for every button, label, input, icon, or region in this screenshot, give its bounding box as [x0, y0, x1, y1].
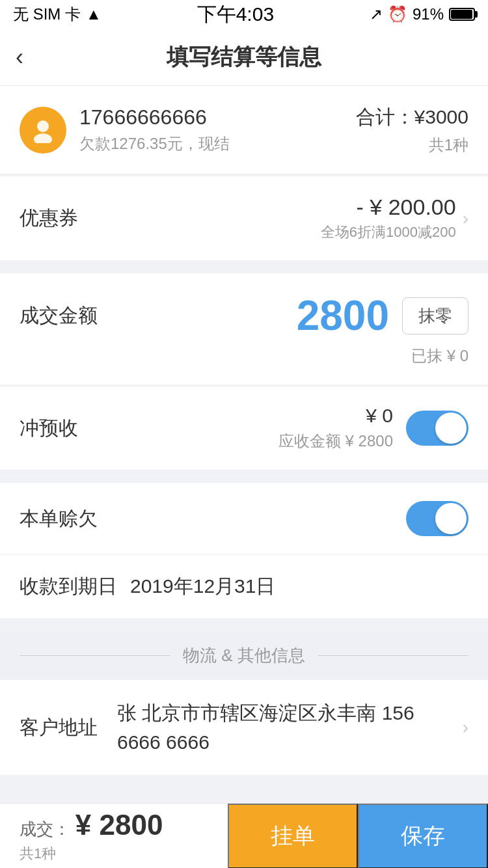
save-button[interactable]: 保存: [358, 804, 488, 869]
address-value: 张 北京市市辖区海淀区永丰南 156 6666 6666: [117, 698, 463, 757]
prepay-amount-col: ¥ 0 应收金额 ¥ 2800: [278, 405, 393, 452]
writeoff-toggle-knob: [435, 503, 467, 534]
section-divider-1: [0, 260, 488, 273]
coupon-discount: - ¥ 200.00: [321, 195, 456, 220]
writeoff-toggle[interactable]: [406, 501, 468, 536]
writeoff-label: 本单赊欠: [20, 506, 98, 532]
coupon-right: - ¥ 200.00 全场6折满1000减200 ›: [321, 195, 468, 242]
prepay-row: 冲预收 ¥ 0 应收金额 ¥ 2800: [20, 405, 468, 452]
coupon-label: 优惠券: [20, 205, 78, 232]
duedate-section: 收款到期日 2019年12月31日: [0, 554, 488, 618]
prepay-section: 冲预收 ¥ 0 应收金额 ¥ 2800: [0, 386, 488, 470]
prepay-toggle[interactable]: [406, 411, 468, 446]
avatar: [20, 107, 66, 154]
total-amount: 合计：¥3000: [356, 104, 468, 131]
logistics-label: 物流 & 其他信息: [183, 644, 305, 667]
hang-button[interactable]: 挂单: [228, 804, 358, 869]
carrier-text: 无 SIM 卡: [13, 4, 81, 25]
toggle-knob: [435, 413, 467, 444]
status-time: 下午4:03: [197, 1, 274, 28]
svg-point-1: [34, 133, 52, 143]
coupon-desc: 全场6折满1000减200: [321, 223, 456, 242]
user-subtext: 欠款1276.35元，现结: [79, 133, 230, 154]
deal-sub: 已抹 ¥ 0: [411, 347, 468, 364]
bottom-deal-label: 成交：: [20, 819, 70, 839]
status-bar: 无 SIM 卡 ▲ 下午4:03 ↗ ⏰ 91%: [0, 0, 488, 29]
deal-amount: 2800: [297, 292, 389, 340]
logistics-line-left: [20, 655, 170, 656]
user-info-section: 17666666666 欠款1276.35元，现结 合计：¥3000 共1种: [0, 86, 488, 174]
prepay-amount: ¥ 0: [278, 405, 393, 427]
total-count: 共1种: [356, 135, 468, 156]
prepay-sub: 应收金额 ¥ 2800: [278, 431, 393, 452]
duedate-row: 收款到期日 2019年12月31日: [20, 573, 468, 600]
prepay-right: ¥ 0 应收金额 ¥ 2800: [278, 405, 468, 452]
address-label: 客户地址: [20, 714, 98, 741]
back-button[interactable]: ‹: [16, 44, 23, 71]
prepay-label: 冲预收: [20, 415, 78, 442]
status-left: 无 SIM 卡 ▲: [13, 4, 102, 25]
deal-label: 成交金额: [20, 303, 98, 329]
location-icon: ↗: [370, 5, 383, 23]
svg-point-0: [37, 120, 49, 132]
wifi-icon: ▲: [86, 5, 102, 23]
page-title: 填写结算等信息: [167, 42, 321, 72]
battery-icon: [449, 8, 475, 21]
user-details: 17666666666 欠款1276.35元，现结: [79, 105, 230, 154]
user-phone: 17666666666: [79, 105, 230, 129]
deal-row: 成交金额 2800 抹零: [20, 292, 468, 340]
bottom-summary: 成交： ¥ 2800 共1种: [0, 809, 228, 863]
battery-percent: 91%: [413, 5, 444, 23]
section-divider-3: [0, 618, 488, 631]
bottom-bar: 成交： ¥ 2800 共1种 挂单 保存: [0, 803, 488, 868]
deal-section: 成交金额 2800 抹零 已抹 ¥ 0: [0, 273, 488, 385]
bottom-deal-row: 成交： ¥ 2800: [20, 809, 208, 841]
status-right: ↗ ⏰ 91%: [370, 5, 475, 23]
coupon-detail: - ¥ 200.00 全场6折满1000减200: [321, 195, 456, 242]
nav-bar: ‹ 填写结算等信息: [0, 29, 488, 86]
alarm-icon: ⏰: [388, 5, 407, 23]
bottom-amount: ¥ 2800: [75, 809, 163, 841]
address-section[interactable]: 客户地址 张 北京市市辖区海淀区永丰南 156 6666 6666 ›: [0, 680, 488, 775]
duedate-value: 2019年12月31日: [130, 573, 275, 600]
user-left: 17666666666 欠款1276.35元，现结: [20, 105, 230, 154]
bottom-count: 共1种: [20, 844, 208, 863]
address-chevron-right-icon: ›: [463, 717, 468, 738]
deal-amount-row: 2800 抹零: [297, 292, 468, 340]
duedate-label: 收款到期日: [20, 573, 117, 600]
chevron-right-icon: ›: [463, 208, 468, 229]
section-divider-2: [0, 470, 488, 483]
user-total: 合计：¥3000 共1种: [356, 104, 468, 156]
writeoff-section: 本单赊欠: [0, 483, 488, 554]
logistics-line-right: [318, 655, 468, 656]
round-button[interactable]: 抹零: [402, 297, 468, 334]
logistics-divider: 物流 & 其他信息: [0, 631, 488, 680]
coupon-section[interactable]: 优惠券 - ¥ 200.00 全场6折满1000减200 ›: [0, 176, 488, 260]
